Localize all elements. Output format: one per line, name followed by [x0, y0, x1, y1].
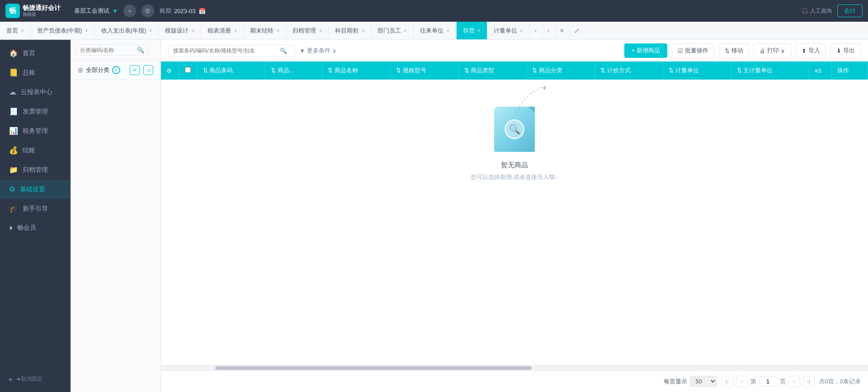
tab-template-design[interactable]: 模版设计 × [159, 22, 201, 40]
scrollbar-thumb[interactable] [215, 366, 532, 370]
tab-inventory[interactable]: 存货 × [457, 22, 487, 40]
customer-service-button[interactable]: 🎧 人工咨询 [802, 7, 832, 15]
next-page-button[interactable]: › [788, 376, 800, 387]
sidebar-item-home[interactable]: 🏠 首页 [0, 43, 71, 63]
invoice-icon: 🧾 [9, 107, 18, 116]
sidebar-item-basic-settings[interactable]: ⚙ 基础设置 [0, 179, 71, 199]
first-page-button[interactable]: |‹ [722, 376, 733, 387]
batch-operation-button[interactable]: ☑ 批量操作 [672, 43, 714, 58]
sidebar-item-member-label: 畅会员 [17, 224, 36, 232]
page-navigation: |‹ ‹ 第 页 › ›| [722, 376, 815, 387]
tab-subject-initial[interactable]: 科目期初 × [329, 22, 371, 40]
main-search-icon[interactable]: 🔍 [280, 47, 287, 54]
th-code-sort[interactable]: ⇅ [271, 67, 276, 74]
print-icon: 🖨 [760, 47, 765, 54]
tab-close-all-button[interactable]: × [555, 22, 570, 40]
tab-dept-employee[interactable]: 部门员工 × [371, 22, 414, 40]
top-header: 畅 畅捷通好会计 旗舰版 基层工会测试 ▼ + ⚙ 账期 2023-03 📅 🎧… [0, 0, 868, 22]
th-settings[interactable]: ⚙ [161, 61, 179, 80]
tab-subject-initial-close[interactable]: × [361, 28, 364, 34]
th-unit-sort[interactable]: ⇅ [669, 67, 674, 74]
export-button[interactable]: ⬇ 导出 [830, 43, 861, 58]
sidebar-item-member[interactable]: ♦ 畅会员 [0, 218, 71, 237]
sidebar-item-settlement[interactable]: 💰 结账 [0, 141, 71, 160]
th-spec-sort[interactable]: ⇅ [396, 67, 401, 74]
tab-template-design-label: 模版设计 [165, 27, 189, 35]
tab-scroll-right-button[interactable]: › [542, 22, 555, 40]
tab-scroll-left-button[interactable]: ‹ [530, 22, 542, 40]
th-main-unit-sort[interactable]: ⇅ [737, 67, 742, 74]
tab-homepage-close[interactable]: × [21, 28, 24, 34]
tab-income-expense[interactable]: 收入支出表(年报) × [95, 22, 159, 40]
collapse-panel-button[interactable]: ◁ [143, 65, 153, 75]
sidebar-item-invoice[interactable]: 🧾 发票管理 [0, 102, 71, 121]
tab-measure-unit-close[interactable]: × [520, 28, 523, 34]
tab-balance-sheet[interactable]: 资产负债表(中期) × [31, 22, 95, 40]
tab-income-expense-close[interactable]: × [149, 28, 152, 34]
th-price-method: ⇅ 计价方式 [595, 61, 663, 80]
last-page-button[interactable]: ›| [803, 376, 815, 387]
per-page-select[interactable]: 50 100 200 [690, 376, 717, 387]
move-button[interactable]: ⇅ 移动 [719, 43, 749, 58]
tab-balance-sheet-close[interactable]: × [85, 28, 88, 34]
company-name: 基层工会测试 [74, 7, 109, 15]
th-category-sort[interactable]: ⇅ [532, 67, 537, 74]
tab-homepage[interactable]: 首页 × [0, 22, 31, 40]
add-product-button[interactable]: + 新增商品 [624, 43, 667, 58]
sidebar-item-archive[interactable]: 📁 归档管理 [0, 160, 71, 179]
print-button[interactable]: 🖨 打印 ∨ [754, 43, 791, 58]
sidebar-item-home-label: 首页 [23, 49, 35, 57]
tab-dept-employee-close[interactable]: × [404, 28, 407, 34]
th-extra[interactable]: ≡3 [809, 61, 832, 80]
company-selector[interactable]: 基层工会测试 ▼ [74, 7, 118, 15]
th-price-method-sort[interactable]: ⇅ [600, 67, 605, 74]
tab-contact[interactable]: 往来单位 × [414, 22, 456, 40]
tab-archive-close[interactable]: × [319, 28, 322, 34]
tab-inventory-close[interactable]: × [477, 28, 481, 34]
tab-template-design-close[interactable]: × [191, 28, 194, 34]
th-barcode-sort[interactable]: ⇅ [203, 67, 208, 74]
import-button[interactable]: ⬆ 导入 [796, 43, 826, 58]
add-company-button[interactable]: + [123, 5, 136, 17]
customer-service-label: 人工咨询 [810, 7, 832, 15]
table-header-toolbar: 🔍 ▼ 更多条件 ∨ + 新增商品 ☑ 批量操作 [161, 40, 868, 61]
select-all-checkbox[interactable] [185, 67, 191, 73]
prev-page-button[interactable]: ‹ [736, 376, 748, 387]
settings-button[interactable]: ⚙ [142, 5, 154, 17]
tab-contact-close[interactable]: × [446, 28, 449, 34]
tab-period-transfer-close[interactable]: × [276, 28, 279, 34]
account-button[interactable]: 会计 [837, 5, 863, 17]
batch-label: 批量操作 [685, 47, 708, 55]
sidebar-item-ledger[interactable]: 📒 总账 [0, 63, 71, 82]
current-page-input[interactable] [759, 376, 777, 387]
main-search-wrapper[interactable]: 🔍 [168, 45, 295, 57]
sidebar-unpin-button[interactable]: ◄ ◄取消固定 [0, 370, 71, 388]
unpin-icon: ◄ [7, 376, 13, 383]
tab-dept-employee-label: 部门员工 [377, 27, 401, 35]
th-checkbox[interactable] [179, 61, 197, 80]
edit-category-button[interactable]: ✏ [130, 65, 140, 75]
tab-period-transfer[interactable]: 期末结转 × [244, 22, 286, 40]
print-label: 打印 [767, 47, 779, 55]
horizontal-scrollbar[interactable] [161, 365, 868, 370]
tab-tax-list-close[interactable]: × [234, 28, 237, 34]
sidebar-item-guide[interactable]: 🎓 新手引导 [0, 199, 71, 218]
th-code: ⇅ 商品... [265, 61, 322, 80]
category-search-input[interactable] [80, 47, 134, 53]
category-search-input-wrapper[interactable]: 🔍 [76, 44, 148, 56]
main-search-input[interactable] [173, 47, 277, 54]
th-category: ⇅ 商品分类 [527, 61, 595, 80]
tab-measure-unit[interactable]: 计量单位 × [487, 22, 530, 40]
main-content: 🏠 首页 📒 总账 ☁ 云报表中心 🧾 发票管理 📊 税务管理 💰 结账 📁 归… [0, 40, 868, 392]
sidebar-item-cloud-report[interactable]: ☁ 云报表中心 [0, 82, 71, 102]
headset-icon: 🎧 [802, 8, 808, 14]
calendar-icon[interactable]: 📅 [198, 8, 206, 14]
more-filter-button[interactable]: ▼ 更多条件 ∨ [299, 47, 337, 55]
th-type-sort[interactable]: ⇅ [464, 67, 469, 74]
tab-tax-list[interactable]: 税表清册 × [201, 22, 244, 40]
sidebar-item-tax[interactable]: 📊 税务管理 [0, 121, 71, 141]
category-search-icon[interactable]: 🔍 [137, 47, 144, 53]
tab-archive[interactable]: 归档管理 × [286, 22, 329, 40]
tab-expand-button[interactable]: ⤢ [570, 22, 584, 40]
th-name-sort[interactable]: ⇅ [328, 67, 333, 74]
